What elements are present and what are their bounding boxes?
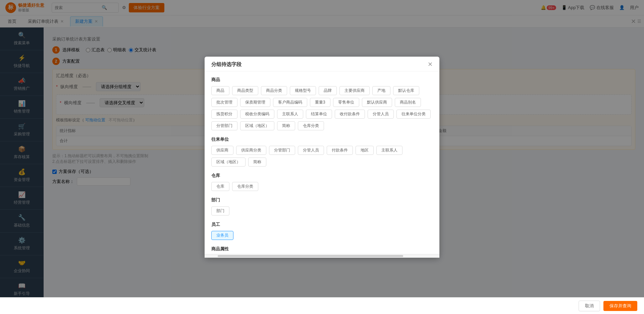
field-tag[interactable]: 税收分类编码 [240,110,274,119]
section-counterparty-title: 往来单位 [211,136,433,142]
field-tag[interactable]: 产地 [372,86,390,95]
field-tag[interactable]: 商品分类 [261,86,287,95]
field-tag[interactable]: 规格型号 [290,86,316,95]
field-tag[interactable]: 重量3 [310,98,330,107]
field-tag[interactable]: 主联系人 [277,110,303,119]
field-tag[interactable]: 分管人员 [298,146,324,155]
employee-field-grid: 业务员 [211,231,433,240]
field-tag[interactable]: 主要供应商 [339,86,370,95]
field-tag[interactable]: 默认供应商 [362,98,392,107]
field-tag[interactable]: 付款条件 [327,146,353,155]
department-field-grid: 部门 [211,206,433,215]
field-tag[interactable]: 商品 [211,86,229,95]
field-tag[interactable]: 客户商品编码 [273,98,307,107]
section-product-title: 商品 [211,77,433,83]
field-tag[interactable]: 收付款条件 [335,110,365,119]
field-tag[interactable]: 仓库分类 [298,121,324,130]
field-tag[interactable]: 拣货积分 [211,110,237,119]
section-product: 商品 商品 商品类型 商品分类 规格型号 品牌 主要供应商 产地 默认仓库 批次… [211,77,433,130]
section-warehouse-title: 仓库 [211,173,433,179]
section-employee-title: 员工 [211,222,433,228]
field-tag[interactable]: 供应商分类 [236,146,266,155]
field-tag[interactable]: 商品类型 [232,86,258,95]
field-tag[interactable]: 简称 [248,158,266,167]
field-tag[interactable]: 品牌 [319,86,337,95]
cancel-button[interactable]: 取消 [579,301,600,311]
field-tag[interactable]: 仓库 [211,182,229,191]
field-tag[interactable]: 批次管理 [211,98,237,107]
field-tag[interactable]: 供应商 [211,146,233,155]
dialog: 分组待选字段 ✕ 商品 商品 商品类型 商品分类 规格型号 品牌 主要供应商 产… [205,57,439,258]
field-tag[interactable]: 区域（地区） [240,121,274,130]
field-tag[interactable]: 往来单位分类 [396,110,431,119]
field-tag[interactable]: 仓库分类 [232,182,258,191]
field-tag[interactable]: 主联系人 [376,146,402,155]
field-tag[interactable]: 商品别名 [395,98,421,107]
field-tag-selected[interactable]: 业务员 [211,231,233,240]
section-department: 部门 部门 [211,197,433,215]
dialog-scrollbar[interactable] [205,254,439,258]
field-tag[interactable]: 结算单位 [306,110,332,119]
dialog-title: 分组待选字段 [211,61,241,68]
field-tag[interactable]: 分管部门 [269,146,295,155]
field-tag[interactable]: 分管部门 [211,121,237,130]
dialog-close-btn[interactable]: ✕ [428,61,433,67]
section-product-attr: 商品属性 属性 颜色 多规格 尺码 鞋码 1 [211,246,433,254]
section-department-title: 部门 [211,197,433,203]
confirm-button[interactable]: 保存并查询 [603,301,637,311]
field-tag[interactable]: 区域（地区） [211,158,246,167]
overlay: 分组待选字段 ✕ 商品 商品 商品类型 商品分类 规格型号 品牌 主要供应商 产… [0,0,644,314]
section-employee: 员工 业务员 [211,222,433,240]
field-tag[interactable]: 保质期管理 [240,98,270,107]
counterparty-field-grid: 供应商 供应商分类 分管部门 分管人员 付款条件 地区 主联系人 区域（地区） … [211,146,433,167]
section-counterparty: 往来单位 供应商 供应商分类 分管部门 分管人员 付款条件 地区 主联系人 区域… [211,136,433,167]
section-product-attr-title: 商品属性 [211,246,433,252]
warehouse-field-grid: 仓库 仓库分类 [211,182,433,191]
product-field-grid: 商品 商品类型 商品分类 规格型号 品牌 主要供应商 产地 默认仓库 批次管理 … [211,86,433,130]
dialog-body[interactable]: 商品 商品 商品类型 商品分类 规格型号 品牌 主要供应商 产地 默认仓库 批次… [205,71,439,254]
field-tag[interactable]: 分管人员 [368,110,394,119]
field-tag[interactable]: 部门 [211,206,229,215]
field-tag[interactable]: 零售单位 [333,98,359,107]
section-warehouse: 仓库 仓库 仓库分类 [211,173,433,191]
field-tag[interactable]: 简称 [277,121,295,130]
field-tag[interactable]: 默认仓库 [393,86,419,95]
dialog-header: 分组待选字段 ✕ [205,57,439,71]
field-tag[interactable]: 地区 [356,146,374,155]
bottom-bar: 取消 保存并查询 [0,297,644,314]
